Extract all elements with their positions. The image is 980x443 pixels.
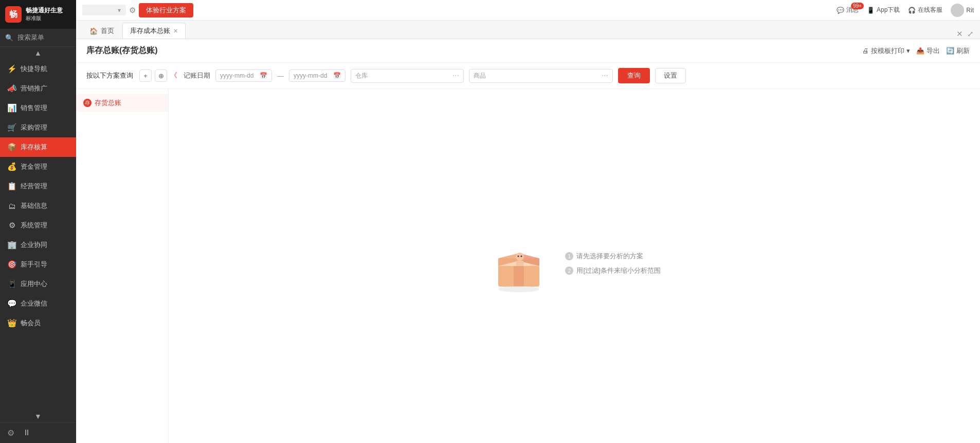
svg-point-7 <box>498 286 539 292</box>
user-avatar <box>951 4 964 17</box>
sidebar-item-label: 资金管理 <box>21 162 47 171</box>
app-download-label: App下载 <box>877 6 900 14</box>
goods-select[interactable]: 商品 ··· <box>469 69 613 83</box>
corpwx-icon: 💬 <box>7 299 16 308</box>
tab-close-icon[interactable]: ✕ <box>173 28 178 34</box>
goods-label: 商品 <box>474 72 486 80</box>
sidebar-item-label: 企业微信 <box>21 299 47 308</box>
export-icon: 📤 <box>916 47 924 55</box>
app-version: 标准版 <box>26 15 63 22</box>
breadcrumb: ▾ <box>82 5 126 15</box>
main-area: ▾ ⚙ 体验行业方案 💬 消息 99+ 📱 App下载 🎧 在线客服 Rit <box>76 0 980 443</box>
sidebar-item-member[interactable]: 👑 畅会员 <box>0 313 76 333</box>
tab-expand-icon[interactable]: ⤢ <box>967 29 974 39</box>
system-icon: ⚙ <box>7 221 16 230</box>
print-label: 按模板打印 <box>871 46 904 56</box>
sidebar-item-corpwx[interactable]: 💬 企业微信 <box>0 294 76 313</box>
search-icon: 🔍 <box>5 34 13 42</box>
date-end-input[interactable]: yyyy-mm-dd 📅 <box>289 69 346 82</box>
gear-icon: ⊕ <box>158 72 164 80</box>
sidebar-item-label: 新手引导 <box>21 260 47 269</box>
sidebar-item-marketing[interactable]: 📣 营销推广 <box>0 79 76 98</box>
footer-settings-icon[interactable]: ⚙ <box>7 428 14 438</box>
scheme-item-inventory-ledger[interactable]: 存 存货总账 <box>76 94 168 112</box>
sidebar-item-operations[interactable]: 📋 经营管理 <box>0 176 76 196</box>
filter-row: 记账日期 yyyy-mm-dd 📅 — yyyy-mm-dd 📅 仓库 ··· … <box>184 68 686 83</box>
warehouse-label: 仓库 <box>355 72 368 80</box>
marketing-icon: 📣 <box>7 84 16 93</box>
filter-add-btn[interactable]: + <box>139 69 152 82</box>
tab-panel-close-icon[interactable]: ✕ <box>956 29 963 39</box>
app-logo: 畅 畅捷通好生意 标准版 <box>0 0 76 29</box>
message-badge: 99+ <box>851 3 864 9</box>
svg-rect-4 <box>516 261 523 266</box>
page-header-actions: 🖨 按模板打印 ▾ 📤 导出 🔄 刷新 <box>862 46 970 56</box>
logo-icon: 畅 <box>5 6 22 23</box>
finance-icon: 💰 <box>7 162 16 171</box>
scheme-sidebar: 存 存货总账 <box>76 89 169 443</box>
sidebar-item-system[interactable]: ⚙ 系统管理 <box>0 216 76 235</box>
enterprise-icon: 🏢 <box>7 240 16 250</box>
sidebar-item-label: 库存核算 <box>21 143 47 152</box>
page-title: 库存总账(存货总账) <box>86 45 158 56</box>
scheme-button[interactable]: 体验行业方案 <box>139 3 193 17</box>
message-btn[interactable]: 💬 消息 99+ <box>837 6 859 14</box>
warehouse-more-icon: ··· <box>452 72 459 80</box>
tab-home[interactable]: 🏠 首页 <box>82 23 121 39</box>
sidebar-item-enterprise[interactable]: 🏢 企业协同 <box>0 235 76 255</box>
sidebar-item-quicknav[interactable]: ⚡ 快捷导航 <box>0 59 76 79</box>
online-service-btn[interactable]: 🎧 在线客服 <box>908 6 942 14</box>
quicknav-icon: ⚡ <box>7 64 16 74</box>
page-header: 库存总账(存货总账) 🖨 按模板打印 ▾ 📤 导出 🔄 刷新 <box>76 39 980 63</box>
refresh-btn[interactable]: 🔄 刷新 <box>946 46 970 56</box>
date-start-input[interactable]: yyyy-mm-dd 📅 <box>215 69 272 82</box>
sidebar-item-sales[interactable]: 📊 销售管理 <box>0 98 76 118</box>
topbar-right: 💬 消息 99+ 📱 App下载 🎧 在线客服 Rit <box>837 4 974 17</box>
empty-state: 1 请先选择要分析的方案 2 用[过滤]条件来缩小分析范围 <box>169 89 980 443</box>
refresh-icon: 🔄 <box>946 47 954 55</box>
settings-button[interactable]: 设置 <box>655 68 686 83</box>
calendar-start-icon: 📅 <box>260 72 267 79</box>
sidebar-nav: ⚡ 快捷导航 📣 营销推广 📊 销售管理 🛒 采购管理 📦 库存核算 💰 资金管… <box>0 59 76 410</box>
footer-audio-icon[interactable]: ⏸ <box>23 428 31 438</box>
export-label: 导出 <box>927 46 940 56</box>
user-area[interactable]: Rit <box>951 4 974 17</box>
sidebar-item-appcenter[interactable]: 📱 应用中心 <box>0 274 76 294</box>
sidebar-item-basic[interactable]: 🗂 基础信息 <box>0 196 76 216</box>
empty-illustration <box>488 235 550 297</box>
date-start-placeholder: yyyy-mm-dd <box>220 72 258 79</box>
sidebar-scroll-down[interactable]: ▼ <box>0 410 76 422</box>
sidebar-item-purchase[interactable]: 🛒 采购管理 <box>0 118 76 137</box>
export-btn[interactable]: 📤 导出 <box>916 46 940 56</box>
online-service-label: 在线客服 <box>918 6 942 14</box>
home-icon: 🏠 <box>89 27 98 35</box>
topbar-settings-icon[interactable]: ⚙ <box>129 6 136 15</box>
filter-actions: + ⊕ 《 <box>139 69 177 82</box>
sidebar-item-finance[interactable]: 💰 资金管理 <box>0 157 76 176</box>
sidebar-item-inventory[interactable]: 📦 库存核算 <box>0 137 76 157</box>
sidebar-item-newbie[interactable]: 🎯 新手引导 <box>0 255 76 274</box>
breadcrumb-chevron-icon: ▾ <box>118 7 121 14</box>
step2-num: 2 <box>565 267 573 275</box>
sidebar-item-label: 基础信息 <box>21 201 47 210</box>
sidebar-item-label: 企业协同 <box>21 240 47 250</box>
sidebar-search[interactable]: 🔍 搜索菜单 <box>0 29 76 47</box>
step2-text: 用[过滤]条件来缩小分析范围 <box>576 266 660 275</box>
sidebar-footer: ⚙ ⏸ <box>0 422 76 443</box>
tabbar: 🏠 首页 库存成本总账 ✕ ✕ ⤢ <box>76 21 980 39</box>
sidebar-item-label: 销售管理 <box>21 103 47 113</box>
tab-inventory-cost[interactable]: 库存成本总账 ✕ <box>122 23 186 39</box>
breadcrumb-text <box>87 6 116 14</box>
query-button[interactable]: 查询 <box>618 68 650 83</box>
date-label: 记账日期 <box>184 71 210 80</box>
sidebar-item-label: 快捷导航 <box>21 64 47 74</box>
sidebar-scroll-up[interactable]: ▲ <box>0 47 76 59</box>
print-btn[interactable]: 🖨 按模板打印 ▾ <box>862 46 910 56</box>
sidebar-item-label: 营销推广 <box>21 84 47 93</box>
topbar: ▾ ⚙ 体验行业方案 💬 消息 99+ 📱 App下载 🎧 在线客服 Rit <box>76 0 980 21</box>
filter-settings-btn[interactable]: ⊕ <box>155 69 167 82</box>
warehouse-select[interactable]: 仓库 ··· <box>351 69 464 83</box>
print-icon: 🖨 <box>862 47 869 55</box>
filter-collapse-btn[interactable]: 《 <box>170 71 177 80</box>
app-download-btn[interactable]: 📱 App下载 <box>867 6 900 14</box>
